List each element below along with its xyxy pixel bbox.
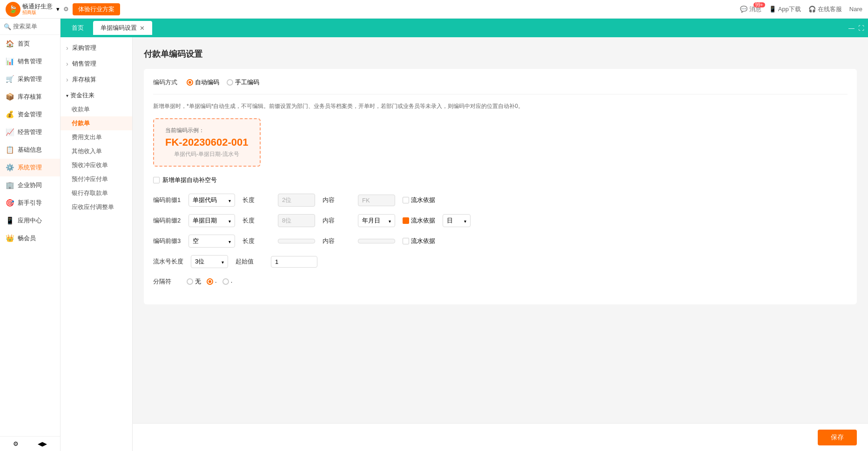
message-icon: 💬	[740, 6, 747, 13]
start-value-input[interactable]	[271, 256, 317, 268]
prefix-select-3[interactable]: 空	[188, 235, 235, 248]
sub-item-prepay-offset[interactable]: 预收冲应收单	[61, 158, 132, 172]
sidebar-item-funds[interactable]: 💰 资金管理	[0, 106, 60, 123]
sidebar-item-system[interactable]: ⚙️ 系统管理	[0, 159, 60, 176]
sidebar-item-member[interactable]: 👑 畅会员	[0, 229, 60, 247]
split-layout: 采购管理 销售管理 库存核算 ▾	[61, 37, 868, 451]
user-name: Nare	[849, 6, 862, 13]
stream-checkbox-2[interactable]	[403, 217, 409, 224]
sep-none-option[interactable]: 无	[187, 277, 201, 286]
prefix-row-2: 编码前缀2 单据日期 长度 8位 内容 年月日	[153, 214, 848, 227]
prefix-select-1-arrow	[229, 197, 231, 204]
tab-home[interactable]: 首页	[64, 21, 91, 35]
length-label-3: 长度	[242, 237, 270, 245]
sidebar-settings-icon[interactable]: ⚙	[13, 440, 19, 447]
separator-row: 分隔符 无 · ·	[153, 277, 848, 286]
sub-item-payment[interactable]: 付款单	[61, 116, 132, 130]
funds-icon: 💰	[6, 110, 14, 119]
topbar-left: 🍃 畅通好生意 招商版 ▾ ⚙ 体验行业方案	[6, 2, 120, 17]
sidebar: 🔍 搜索菜单 🏠 首页 📊 销售管理 🛒 采购管理 📦 库存核算 💰 资金管理 …	[0, 19, 61, 451]
sidebar-item-apps[interactable]: 📱 应用中心	[0, 212, 60, 229]
length-input-3	[278, 239, 315, 243]
example-code: FK-20230602-001	[165, 136, 249, 148]
stream-label-2: 流水依据	[411, 216, 435, 225]
sep-dot-option[interactable]: ·	[207, 278, 217, 285]
sep-none-radio[interactable]	[187, 278, 193, 285]
save-button[interactable]: 保存	[818, 430, 857, 445]
sub-group-purchase: 采购管理	[61, 41, 132, 55]
serial-row: 流水号长度 3位 起始值	[153, 255, 848, 268]
tab-encoding-settings[interactable]: 单据编码设置 ✕	[93, 21, 152, 35]
content-select-2-arrow	[389, 217, 391, 224]
sub-sidebar: 采购管理 销售管理 库存核算 ▾	[61, 37, 133, 451]
sep-other-option[interactable]: ·	[222, 278, 233, 285]
chevron-right-inventory	[66, 76, 70, 83]
content-select-2[interactable]: 年月日	[358, 214, 395, 227]
example-box: 当前编码示例： FK-20230602-001 单据代码-单据日期-流水号	[153, 118, 261, 167]
stream-select-2[interactable]: 日	[443, 214, 471, 227]
sub-group-funds-title[interactable]: ▾ 资金往来	[61, 88, 132, 102]
enterprise-icon: 🏢	[6, 181, 14, 189]
app-download-button[interactable]: 📱 App下载	[769, 5, 801, 13]
sidebar-item-home[interactable]: 🏠 首页	[0, 35, 60, 53]
prefix-label-3: 编码前缀3	[153, 237, 181, 245]
save-bar: 保存	[133, 423, 868, 451]
sidebar-item-basic[interactable]: 📋 基础信息	[0, 141, 60, 159]
prefix-row-3: 编码前缀3 空 长度 内容 流水依据	[153, 235, 848, 248]
sub-item-adjust[interactable]: 应收应付调整单	[61, 200, 132, 214]
sep-dot-radio[interactable]	[207, 278, 213, 285]
serial-select[interactable]: 3位	[191, 255, 228, 268]
sidebar-item-operations[interactable]: 📈 经营管理	[0, 123, 60, 141]
search-menu[interactable]: 🔍 搜索菜单	[0, 19, 60, 35]
user-account[interactable]: Nare	[849, 6, 862, 13]
stream-checkbox-1[interactable]	[403, 197, 409, 203]
minimize-icon[interactable]: —	[848, 25, 855, 32]
length-input-2: 8位	[278, 214, 315, 227]
serial-select-value: 3位	[195, 257, 220, 266]
separator-label: 分隔符	[153, 277, 181, 286]
topbar-right: 💬 消息 99+ 📱 App下载 🎧 在线客服 Nare	[740, 5, 862, 13]
tabbar-actions: — ⛶	[848, 25, 864, 32]
length-label-1: 长度	[242, 196, 270, 204]
sidebar-item-enterprise[interactable]: 🏢 企业协同	[0, 176, 60, 194]
sub-item-bank[interactable]: 银行存取款单	[61, 186, 132, 200]
topbar-nav: ▾ ⚙ 体验行业方案	[56, 3, 120, 15]
sub-item-expense[interactable]: 费用支出单	[61, 130, 132, 144]
manual-encode-radio[interactable]	[227, 79, 233, 86]
auto-encode-option[interactable]: 自动编码	[187, 78, 219, 87]
logo-text: 畅通好生意 招商版	[22, 3, 53, 16]
sub-item-receipt[interactable]: 收款单	[61, 102, 132, 116]
settings-icon[interactable]: ⚙	[63, 6, 69, 13]
sidebar-item-newbie[interactable]: 🎯 新手引导	[0, 194, 60, 212]
nav-dropdown-arrow[interactable]: ▾	[56, 6, 60, 13]
sidebar-collapse-icon[interactable]: ◀▶	[38, 440, 47, 447]
sidebar-item-sales[interactable]: 📊 销售管理	[0, 53, 60, 70]
settings-card: 编码方式 自动编码 手工编码	[144, 69, 857, 304]
auto-encode-radio[interactable]	[187, 79, 193, 86]
content-label-2: 内容	[323, 216, 350, 225]
sub-group-sales-title[interactable]: 销售管理	[61, 57, 132, 71]
maximize-icon[interactable]: ⛶	[858, 25, 864, 32]
prefix-select-1[interactable]: 单据代码	[188, 194, 235, 207]
prefix-select-2[interactable]: 单据日期	[188, 214, 235, 227]
online-service-button[interactable]: 🎧 在线客服	[808, 5, 842, 13]
home-icon: 🏠	[6, 40, 14, 48]
stream-checkbox-3[interactable]	[403, 238, 409, 244]
industry-solution-button[interactable]: 体验行业方案	[73, 3, 120, 15]
auto-fill-checkbox[interactable]	[153, 177, 160, 183]
sub-item-advance-offset[interactable]: 预付冲应付单	[61, 172, 132, 186]
tab-close-icon[interactable]: ✕	[140, 25, 145, 32]
messages-button[interactable]: 💬 消息 99+	[740, 5, 761, 13]
encoding-method-row: 编码方式 自动编码 手工编码	[153, 78, 848, 94]
topbar: 🍃 畅通好生意 招商版 ▾ ⚙ 体验行业方案 💬 消息 99+ 📱 App下载 …	[0, 0, 868, 19]
sidebar-item-inventory[interactable]: 📦 库存核算	[0, 88, 60, 106]
auto-fill-label: 新增单据自动补空号	[162, 176, 217, 184]
sub-group-inventory-title[interactable]: 库存核算	[61, 73, 132, 87]
chevron-right-sales	[66, 60, 70, 67]
sub-group-purchase-title[interactable]: 采购管理	[61, 41, 132, 55]
sep-other-radio[interactable]	[222, 278, 229, 285]
example-label: 当前编码示例：	[165, 127, 249, 135]
sub-item-other-income[interactable]: 其他收入单	[61, 144, 132, 158]
manual-encode-option[interactable]: 手工编码	[227, 78, 259, 87]
sidebar-item-purchase[interactable]: 🛒 采购管理	[0, 70, 60, 88]
